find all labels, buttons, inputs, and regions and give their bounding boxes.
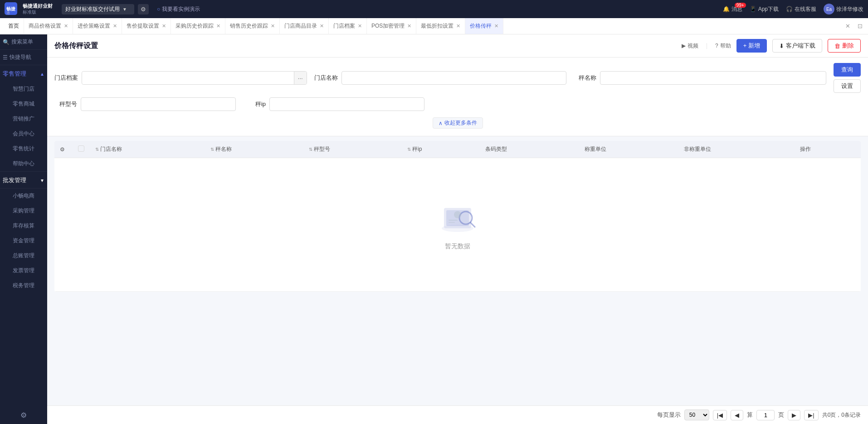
tab-pos-manage[interactable]: POS加密管理 ✕ xyxy=(367,18,416,34)
per-page-select[interactable]: 50 10 20 100 xyxy=(684,410,709,420)
query-button[interactable]: 查询 xyxy=(834,63,861,77)
store-profile-field: 门店档案 ··· xyxy=(54,71,307,85)
next-page-button[interactable]: ▶ xyxy=(788,410,800,420)
store-profile-input-wrapper: ··· xyxy=(82,71,307,85)
store-profile-input[interactable] xyxy=(82,72,294,84)
sidebar-item-finance[interactable]: 资金管理 xyxy=(0,233,47,248)
tab-close-icon[interactable]: ✕ xyxy=(494,23,498,29)
settings-icon: ⚙ xyxy=(60,146,65,153)
tab-price-scale[interactable]: 价格传秤 ✕ xyxy=(465,18,503,34)
sidebar-item-invoice[interactable]: 发票管理 xyxy=(0,263,47,278)
tab-min-discount[interactable]: 最低折扣设置 ✕ xyxy=(416,18,465,34)
download-button[interactable]: ⬇ 客户端下载 xyxy=(772,39,822,53)
select-all-checkbox[interactable] xyxy=(78,145,84,152)
headset-icon: 🎧 xyxy=(786,6,793,12)
page-label-before: 算 xyxy=(747,411,753,419)
store-profile-browse-icon[interactable]: ··· xyxy=(294,72,307,84)
demo-icon: ○ xyxy=(157,6,160,12)
search-area: 门店档案 ··· 门店名称 秤名称 xyxy=(47,58,868,136)
message-button[interactable]: 🔔 消息 99+ xyxy=(723,5,742,13)
tab-home[interactable]: 首页 xyxy=(4,18,24,34)
page-title: 价格传秤设置 xyxy=(54,41,98,51)
sidebar-item-purchase[interactable]: 采购管理 xyxy=(0,203,47,218)
delete-icon: 🗑 xyxy=(834,43,840,49)
sidebar-item-smart-store[interactable]: 智慧门店 xyxy=(0,82,47,96)
main-layout: 🔍 搜索菜单 ☰ 快捷导航 零售管理 ▲ 智慧门店 零售商城 营销推 xyxy=(0,34,868,424)
sidebar-item-accounting[interactable]: 总账管理 xyxy=(0,248,47,263)
scale-model-field: 秤型号 xyxy=(54,97,236,111)
online-service-button[interactable]: 🎧 在线客服 xyxy=(786,5,816,13)
nav-icon: ☰ xyxy=(3,54,8,61)
tab-close-icon[interactable]: ✕ xyxy=(64,23,68,29)
store-name-input[interactable] xyxy=(341,71,567,85)
settings-button[interactable]: 设置 xyxy=(834,79,861,93)
sidebar-item-help-center[interactable]: 帮助中心 xyxy=(0,156,47,171)
scale-name-input[interactable] xyxy=(600,71,826,85)
content-area: 价格传秤设置 ▶ 视频 ｜ ? 帮助 + 新增 ⬇ xyxy=(47,34,868,424)
tab-close-icon[interactable]: ✕ xyxy=(358,23,362,29)
tab-bar-end: ✕ ⊡ xyxy=(844,21,864,31)
scale-name-field: 秤名称 xyxy=(574,71,826,85)
sidebar: 🔍 搜索菜单 ☰ 快捷导航 零售管理 ▲ 智慧门店 零售商城 营销推 xyxy=(0,34,47,424)
app-selector[interactable]: 好业财标准版交付试用 ▼ xyxy=(62,4,134,14)
tab-restore-icon[interactable]: ⊡ xyxy=(856,21,864,31)
svg-text:通: 通 xyxy=(6,11,10,15)
sidebar-item-retail-mall[interactable]: 零售商城 xyxy=(0,96,47,111)
sidebar-gear-icon[interactable]: ⚙ xyxy=(20,411,27,419)
tab-store-catalog[interactable]: 门店商品目录 ✕ xyxy=(280,18,329,34)
tab-close-all-icon[interactable]: ✕ xyxy=(844,21,852,31)
last-page-button[interactable]: ▶| xyxy=(804,410,818,420)
tab-purchase-history[interactable]: 采购历史价跟踪 ✕ xyxy=(171,18,225,34)
prev-page-button[interactable]: ◀ xyxy=(731,410,743,420)
user-menu[interactable]: Ea 徐泽华修改 xyxy=(824,4,863,14)
tab-close-icon[interactable]: ✕ xyxy=(407,23,411,29)
tab-close-icon[interactable]: ✕ xyxy=(271,23,275,29)
th-settings[interactable]: ⚙ xyxy=(54,141,73,158)
tab-sale-price[interactable]: 售价提取设置 ✕ xyxy=(122,18,171,34)
tab-close-icon[interactable]: ✕ xyxy=(162,23,166,29)
message-badge: 99+ xyxy=(735,3,746,8)
settings-icon-btn[interactable]: ⚙ xyxy=(138,4,149,14)
sidebar-group-wholesale-header[interactable]: 批发管理 ▼ xyxy=(0,172,47,188)
first-page-button[interactable]: |◀ xyxy=(713,410,727,420)
sidebar-group-retail-header[interactable]: 零售管理 ▲ xyxy=(0,65,47,82)
tab-close-icon[interactable]: ✕ xyxy=(320,23,324,29)
search-icon: 🔍 xyxy=(3,39,10,45)
sidebar-item-inventory[interactable]: 库存核算 xyxy=(0,218,47,233)
sidebar-item-retail-stats[interactable]: 零售统计 xyxy=(0,141,47,156)
th-checkbox[interactable] xyxy=(73,141,90,158)
tab-store-profile[interactable]: 门店档案 ✕ xyxy=(329,18,367,34)
th-weight-unit: 称重单位 xyxy=(579,141,678,158)
scale-model-input[interactable] xyxy=(81,97,236,111)
demo-button[interactable]: ○ 我要看实例演示 xyxy=(157,5,200,13)
help-link[interactable]: ? 帮助 xyxy=(715,42,731,50)
sidebar-item-ecommerce[interactable]: 小畅电商 xyxy=(0,188,47,203)
video-link[interactable]: ▶ 视频 xyxy=(682,42,698,50)
th-scale-ip: ⇅ 秤ip xyxy=(402,141,480,158)
sidebar-bottom: ⚙ xyxy=(0,406,47,424)
action-buttons: 查询 设置 xyxy=(834,63,861,93)
tab-close-icon[interactable]: ✕ xyxy=(216,23,220,29)
th-scale-name: ⇅ 秤名称 xyxy=(205,141,303,158)
tab-purchase-strategy[interactable]: 进价策略设置 ✕ xyxy=(73,18,122,34)
tab-price-settings[interactable]: 商品价格设置 ✕ xyxy=(24,18,73,34)
tab-close-icon[interactable]: ✕ xyxy=(113,23,117,29)
question-icon: ? xyxy=(715,43,718,49)
sidebar-quick-nav[interactable]: ☰ 快捷导航 xyxy=(0,50,47,65)
delete-button[interactable]: 🗑 删除 xyxy=(828,39,861,53)
collapse-button[interactable]: ∧ 收起更多条件 xyxy=(433,117,483,129)
tab-sale-history[interactable]: 销售历史价跟踪 ✕ xyxy=(225,18,280,34)
app-download-button[interactable]: 📱 App下载 xyxy=(750,5,779,13)
scale-ip-input[interactable] xyxy=(269,97,424,111)
sidebar-item-member-center[interactable]: 会员中心 xyxy=(0,126,47,141)
search-row-1: 门店档案 ··· 门店名称 秤名称 xyxy=(54,63,861,93)
sidebar-item-tax[interactable]: 税务管理 xyxy=(0,278,47,293)
sidebar-item-marketing[interactable]: 营销推广 xyxy=(0,111,47,126)
per-page-label: 每页显示 xyxy=(657,411,681,419)
tab-close-icon[interactable]: ✕ xyxy=(456,23,460,29)
page-number-input[interactable] xyxy=(756,410,775,420)
add-button[interactable]: + 新增 xyxy=(736,39,767,53)
sidebar-search[interactable]: 🔍 搜索菜单 xyxy=(0,34,47,50)
page-header: 价格传秤设置 ▶ 视频 ｜ ? 帮助 + 新增 ⬇ xyxy=(47,34,868,58)
svg-rect-9 xyxy=(449,220,458,221)
